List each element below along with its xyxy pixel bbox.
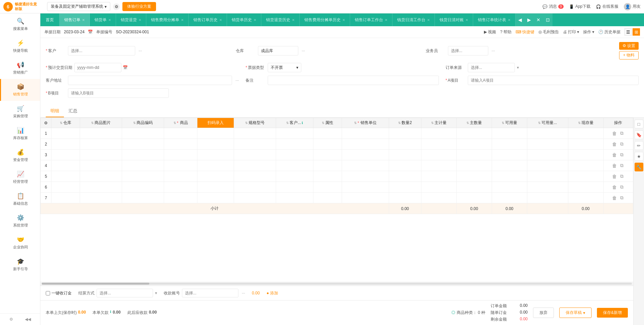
bank-input[interactable] [182, 289, 238, 297]
copy-icon-7[interactable]: ⧉ [619, 195, 625, 201]
row-2-qty2[interactable] [389, 139, 421, 150]
calendar2-icon[interactable]: 📅 [123, 65, 128, 70]
sidebar-item-guide[interactable]: 🎓 新手引导 [0, 254, 40, 276]
tab-next-btn[interactable]: ▶ [525, 13, 534, 26]
tab-close-sales-invoice[interactable]: ✕ [108, 18, 111, 22]
sidebar-item-finance[interactable]: 💰 资金管理 [0, 145, 40, 166]
row-1-unit[interactable] [342, 128, 389, 139]
settings-gear-icon[interactable]: ⚙ [113, 3, 120, 10]
remark-input[interactable] [268, 76, 439, 85]
th-product[interactable]: ⇅*商品 [164, 118, 197, 128]
copy-icon-4[interactable]: ⧉ [619, 163, 625, 169]
tab-close-sales-order[interactable]: ✕ [82, 18, 85, 22]
save-draft-btn[interactable]: 保存草稿 ▾ [559, 308, 592, 318]
calendar-icon[interactable]: 📅 [88, 30, 93, 34]
tab-return-history[interactable]: 销货退货历史 ✕ [261, 13, 300, 26]
tab-close-order-workbench[interactable]: ✕ [385, 18, 387, 22]
sidebar-item-quick-nav[interactable]: ⚡ 快捷导航 [0, 35, 40, 57]
tab-close-sales-return[interactable]: ✕ [139, 18, 141, 22]
industry-btn[interactable]: 体验行业方案 [122, 2, 156, 11]
customer-dots-icon[interactable]: ··· [139, 48, 142, 53]
delete-icon-2[interactable]: 🗑 [611, 141, 617, 147]
one-click-checkbox[interactable] [46, 291, 50, 295]
row-1-product[interactable] [164, 128, 197, 139]
tab-daily-workbench[interactable]: 钱货日清工作台 ✕ [392, 13, 435, 26]
order-source-input[interactable] [468, 63, 515, 72]
grid-view-btn[interactable]: ⊞ [633, 28, 640, 36]
abandon-btn[interactable]: 放弃 [533, 308, 554, 318]
online-service-btn[interactable]: 🎧 在线客服 [596, 4, 618, 9]
sidebar-item-basic-info[interactable]: 📋 基础信息 [0, 188, 40, 210]
row-2-unit[interactable] [342, 139, 389, 150]
delete-icon-7[interactable]: 🗑 [611, 195, 617, 201]
th-gear[interactable]: ⚙ [41, 118, 51, 128]
row-3-warehouse[interactable] [51, 150, 80, 160]
copy-icon-1[interactable]: ⧉ [619, 130, 625, 136]
sidebar-settings-icon[interactable]: ⚙ [9, 317, 13, 322]
tab-close-invoice-history[interactable]: ✕ [254, 18, 256, 22]
a-project-input[interactable] [468, 76, 639, 85]
copy-icon-6[interactable]: ⧉ [619, 184, 625, 190]
row-1-spec[interactable] [234, 128, 276, 139]
th-qty2[interactable]: ⇅数量2 [389, 118, 421, 128]
row-1-customer-code[interactable] [276, 128, 313, 139]
shortcut-btn[interactable]: ⌨ 快捷键 [516, 29, 534, 35]
current-debt-info-icon[interactable]: ℹ [110, 310, 111, 316]
profit-btn[interactable]: ◎ 毛利预告 [538, 29, 559, 35]
row-2-main-unit[interactable] [421, 139, 456, 150]
tab-sales-invoice[interactable]: 销货单 ✕ [90, 13, 116, 26]
scroll-thumb[interactable] [42, 283, 149, 285]
row-2-image[interactable] [80, 139, 122, 150]
warehouse-value[interactable]: 成品库 [258, 46, 298, 55]
tab-home[interactable]: 首页 [40, 13, 60, 26]
app-download-btn[interactable]: 📱 App下载 [569, 4, 591, 9]
tab-prev-btn[interactable]: ◀ [516, 13, 525, 26]
horizontal-scrollbar[interactable] [40, 282, 633, 286]
save-new-btn[interactable]: 保存&新增 [597, 308, 628, 318]
print-btn[interactable]: 🖨 打印 ▾ [563, 29, 579, 35]
tab-sales-fee[interactable]: 销售费用分摊单 ✕ [146, 13, 189, 26]
tab-close-sales-fee[interactable]: ✕ [181, 18, 184, 22]
message-btn[interactable]: 💬 消息 9 [542, 4, 564, 9]
row-1-warehouse[interactable] [51, 128, 80, 139]
view-btn[interactable]: ▶ 视频 [484, 29, 496, 35]
tab-close-reconciliation[interactable]: ✕ [465, 18, 468, 22]
rpanel-icon-5[interactable]: 🔧 [635, 163, 643, 171]
sidebar-item-sales[interactable]: 📦 销售管理 [0, 79, 40, 101]
row-1-code[interactable] [122, 128, 164, 139]
tab-sales-order[interactable]: 销售订单 ✕ [60, 13, 90, 26]
th-available[interactable]: ⇅可用量 [492, 118, 527, 128]
tab-statistics[interactable]: 销售订单统计表 ✕ [473, 13, 516, 26]
row-2-product[interactable] [164, 139, 197, 150]
sidebar-item-inventory[interactable]: 📊 库存核算 [0, 123, 40, 145]
sidebar-item-purchase[interactable]: 🛒 采购管理 [0, 101, 40, 123]
copy-icon-2[interactable]: ⧉ [619, 141, 625, 147]
row-1-qty2[interactable] [389, 128, 421, 139]
tab-close-statistics[interactable]: ✕ [508, 18, 510, 22]
row-1-image[interactable] [80, 128, 122, 139]
staff-input[interactable] [448, 46, 488, 55]
payment-input[interactable] [97, 289, 153, 297]
add-btn[interactable]: ● 添加 [266, 290, 278, 296]
th-main-unit[interactable]: ⇅主计量 [421, 118, 456, 128]
bank-dots-icon[interactable]: ··· [242, 291, 245, 295]
copy-icon-5[interactable]: ⧉ [619, 173, 625, 179]
th-customer-code[interactable]: ⇅客户...ℹ [276, 118, 313, 128]
tab-close-all-btn[interactable]: ✕ [534, 13, 543, 26]
delete-icon-5[interactable]: 🗑 [611, 173, 617, 179]
rpanel-icon-3[interactable]: ✏ [635, 141, 643, 150]
row-2-available[interactable] [492, 139, 527, 150]
history-btn[interactable]: 🕐 历史单据 [598, 29, 620, 35]
delete-icon-1[interactable]: 🗑 [611, 130, 617, 136]
sidebar-item-operations[interactable]: 📈 经营管理 [0, 166, 40, 188]
tab-close-return-history[interactable]: ✕ [292, 18, 295, 22]
sidebar-collapse-icon[interactable]: ◀◀ [25, 317, 31, 322]
th-stock[interactable]: ⇅现存量 [568, 118, 603, 128]
tab-invoice-history[interactable]: 销货单历史 ✕ [227, 13, 261, 26]
row-1-available[interactable] [492, 128, 527, 139]
tab-sales-return[interactable]: 销货退货 ✕ [116, 13, 146, 26]
tab-order-workbench[interactable]: 销售订单工作台 ✕ [350, 13, 392, 26]
tab-reconciliation[interactable]: 钱货日清对账 ✕ [435, 13, 473, 26]
copy-icon-3[interactable]: ⧉ [619, 152, 625, 158]
tab-close-sales-order-history[interactable]: ✕ [219, 18, 222, 22]
